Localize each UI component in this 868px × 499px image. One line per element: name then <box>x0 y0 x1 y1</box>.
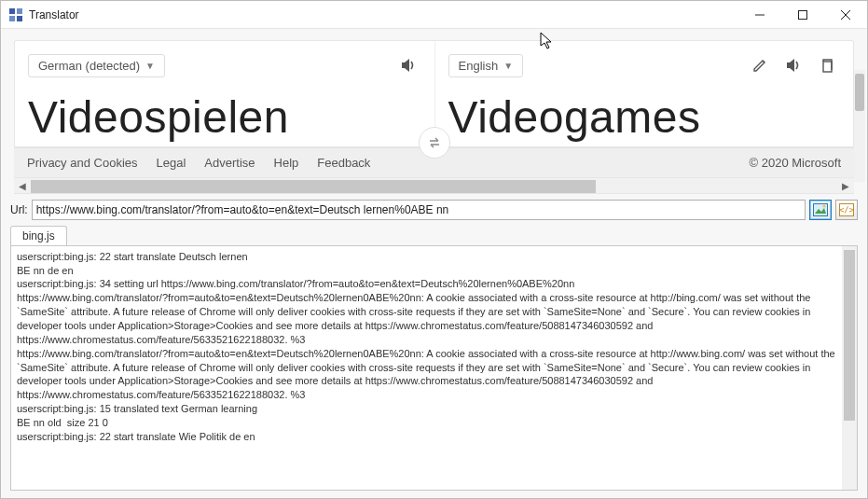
chevron-down-icon: ▼ <box>503 61 513 71</box>
target-lang-row: English ▼ <box>448 50 841 80</box>
translator-panels: German (detected) ▼ Videospielen <box>14 40 854 147</box>
url-input[interactable] <box>32 200 806 220</box>
scroll-left-button[interactable]: ◀ <box>14 178 31 195</box>
svg-text:</>: </> <box>839 205 854 215</box>
chevron-down-icon: ▼ <box>145 61 155 71</box>
swap-icon <box>427 135 442 150</box>
scrollbar-thumb[interactable] <box>31 180 596 193</box>
pencil-icon <box>751 57 768 74</box>
svg-rect-1 <box>17 8 22 14</box>
screenshot-button[interactable] <box>809 200 832 220</box>
app-icon <box>8 7 23 22</box>
minimize-icon <box>755 10 765 20</box>
source-language-label: German (detected) <box>38 59 140 73</box>
app-window: Translator <box>0 0 868 499</box>
speaker-icon <box>399 56 418 75</box>
svg-point-8 <box>823 204 826 207</box>
copy-icon <box>819 57 835 74</box>
close-icon <box>841 10 850 20</box>
url-label: Url: <box>10 203 28 216</box>
image-icon <box>813 203 828 216</box>
console-tabs: bing.js <box>1 226 867 245</box>
svg-rect-2 <box>9 16 15 21</box>
footer-link-feedback[interactable]: Feedback <box>317 156 370 170</box>
scrollbar-thumb[interactable] <box>844 250 855 421</box>
client-area: German (detected) ▼ Videospielen <box>1 29 867 498</box>
edit-button[interactable] <box>747 52 773 78</box>
source-panel: German (detected) ▼ Videospielen <box>15 41 434 146</box>
target-panel: English ▼ <box>434 41 854 146</box>
console-line: userscript:bing.js: 15 translated text G… <box>17 402 851 416</box>
listen-source-button[interactable] <box>395 52 421 78</box>
copy-button[interactable] <box>814 52 840 78</box>
source-language-select[interactable]: German (detected) ▼ <box>28 54 165 77</box>
svg-rect-5 <box>823 62 832 72</box>
console-line: userscript:bing.js: 22 start translate D… <box>17 250 851 264</box>
footer-link-help[interactable]: Help <box>274 156 299 170</box>
target-language-select[interactable]: English ▼ <box>448 54 524 77</box>
target-text: Videogames <box>448 93 841 143</box>
footer-link-privacy[interactable]: Privacy and Cookies <box>27 156 138 170</box>
console-line: https://www.bing.com/translator/?from=au… <box>17 347 851 402</box>
title-bar: Translator <box>1 1 867 29</box>
maximize-button[interactable] <box>781 1 824 29</box>
window-title: Translator <box>29 8 79 21</box>
code-icon: </> <box>839 203 854 216</box>
console-line: https://www.bing.com/translator/?from=au… <box>17 291 851 346</box>
footer-link-legal[interactable]: Legal <box>157 156 186 170</box>
horizontal-scrollbar[interactable]: ◀ ▶ <box>14 177 854 194</box>
console-line: userscript:bing.js: 22 start translate W… <box>17 430 851 444</box>
console-wrap: userscript:bing.js: 22 start translate D… <box>1 245 867 498</box>
translator-area: German (detected) ▼ Videospielen <box>1 29 867 194</box>
translator-vertical-scrollbar[interactable] <box>854 70 865 182</box>
svg-rect-4 <box>799 10 807 19</box>
speaker-icon <box>784 56 803 75</box>
console-line: userscript:bing.js: 34 setting url https… <box>17 277 851 291</box>
console-line: BE nn old size 21 0 <box>17 416 851 430</box>
minimize-button[interactable] <box>738 1 781 29</box>
swap-languages-button[interactable] <box>419 127 450 159</box>
console-output[interactable]: userscript:bing.js: 22 start translate D… <box>10 245 858 491</box>
url-row: Url: </> <box>1 194 867 226</box>
source-text[interactable]: Videospielen <box>28 93 421 143</box>
target-language-label: English <box>459 59 499 73</box>
svg-rect-3 <box>17 16 22 21</box>
close-button[interactable] <box>824 1 867 29</box>
scroll-right-button[interactable]: ▶ <box>837 178 854 195</box>
tab-bingjs[interactable]: bing.js <box>10 226 67 245</box>
scrollbar-thumb[interactable] <box>855 74 864 111</box>
console-line: BE nn de en <box>17 264 851 278</box>
console-vertical-scrollbar[interactable] <box>842 246 857 490</box>
source-lang-row: German (detected) ▼ <box>28 50 421 80</box>
listen-target-button[interactable] <box>780 52 806 78</box>
devtools-button[interactable]: </> <box>835 200 858 220</box>
footer-copyright: © 2020 Microsoft <box>750 156 841 170</box>
footer-link-advertise[interactable]: Advertise <box>204 156 255 170</box>
maximize-icon <box>798 10 807 20</box>
svg-rect-0 <box>9 8 15 14</box>
